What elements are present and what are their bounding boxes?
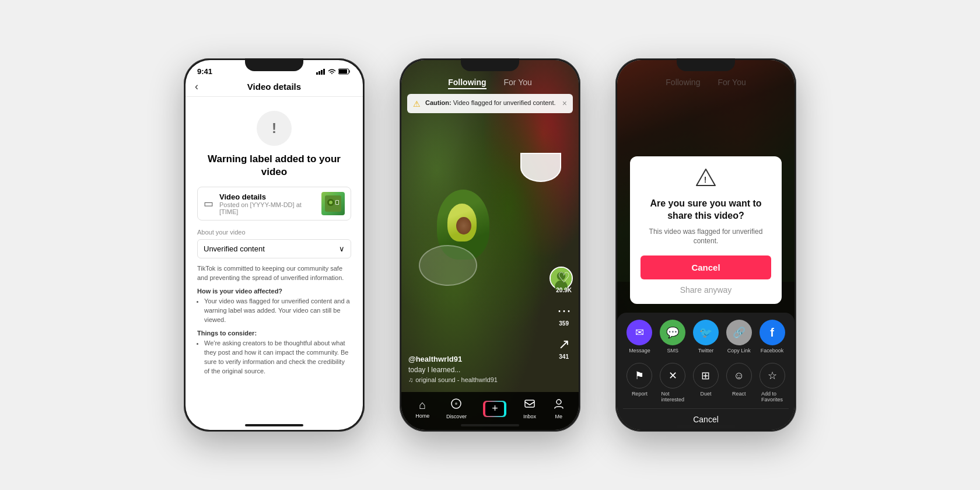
affected-bullets: Your video was flagged for unverified co… [197, 297, 351, 325]
share-action[interactable]: ↗ 341 [558, 336, 570, 360]
battery-icon [338, 68, 351, 75]
status-time-1: 9:41 [197, 67, 212, 76]
things-bullets: We're asking creators to be thoughtful a… [197, 339, 351, 376]
nav-add[interactable]: + [483, 401, 506, 417]
home-label: Home [415, 413, 429, 419]
svg-point-17 [556, 400, 561, 404]
inbox-label: Inbox [523, 414, 536, 419]
comment-count: 359 [559, 320, 569, 327]
bowl-illustration [520, 153, 561, 182]
unverified-content-dropdown[interactable]: Unverified content ∨ [197, 239, 351, 258]
action-report[interactable]: ⚑ Report [626, 363, 652, 402]
not-interested-icon: ✕ [660, 363, 685, 388]
plate-illustration [419, 245, 477, 286]
svg-rect-10 [336, 201, 338, 204]
action-not-interested[interactable]: ✕ Notinterested [660, 363, 685, 402]
favorites-icon: ☆ [760, 363, 785, 388]
share-twitter[interactable]: 🐦 Twitter [693, 320, 719, 354]
comment-action[interactable]: ⋯ 359 [557, 303, 571, 327]
nav-me[interactable]: Me [553, 398, 565, 419]
sms-label: SMS [667, 348, 678, 354]
back-button[interactable]: ‹ [195, 80, 198, 93]
confirm-title: Are you sure you want to share this vide… [640, 198, 771, 222]
copylink-label: Copy Link [727, 348, 751, 354]
phone-1: 9:41 [184, 58, 365, 432]
svg-point-8 [329, 201, 332, 204]
comment-icon: ⋯ [557, 303, 571, 319]
inbox-icon [524, 398, 536, 412]
confirm-share-button[interactable]: Share anyway [640, 285, 771, 295]
share-sheet: ✉ Message 💬 SMS 🐦 Twitter 🔗 Copy Link [617, 313, 794, 430]
wifi-icon [328, 69, 336, 75]
caution-close-icon[interactable]: × [562, 99, 567, 108]
message-icon: ✉ [626, 320, 652, 345]
video-card: ▭ Video details Posted on [YYYY-MM-DD] a… [197, 187, 351, 220]
profile-icon [553, 398, 565, 412]
signal-icon [316, 69, 326, 75]
not-interested-label: Notinterested [661, 391, 684, 402]
feed-navigation: Following For You [401, 78, 579, 89]
music-note-icon: ♫ [408, 376, 413, 383]
action-favorites[interactable]: ☆ Add toFavorites [760, 363, 785, 402]
discover-label: Discover [446, 414, 467, 419]
react-icon: ☺ [726, 363, 752, 388]
feed-username: @healthwrld91 [408, 355, 538, 363]
confirm-cancel-button[interactable]: Cancel [640, 256, 771, 279]
how-affected-label: How is your video affected? [197, 288, 351, 295]
notch-2 [461, 58, 519, 71]
things-label: Things to consider: [197, 330, 351, 337]
caution-warning-icon: ⚠ [413, 99, 421, 108]
sms-icon: 💬 [660, 320, 685, 345]
feed-nav-foryou[interactable]: For You [504, 78, 532, 89]
facebook-label: Facebook [761, 348, 784, 354]
phones-container: 9:41 [0, 0, 980, 490]
share-count: 341 [559, 354, 569, 360]
feed-actions: ♡ 20.9K ⋯ 359 ↗ 341 [556, 270, 572, 360]
like-count: 20.9K [556, 287, 572, 293]
confirm-dialog: ! Are you sure you want to share this vi… [630, 156, 782, 304]
nav-home[interactable]: ⌂ Home [415, 398, 429, 419]
action-icons-row: ⚑ Report ✕ Notinterested ⊞ Duet ☺ React [623, 363, 789, 402]
video-card-title: Video details [219, 192, 316, 201]
add-icon: + [485, 402, 504, 416]
nav-discover[interactable]: Discover [446, 398, 467, 419]
duet-icon: ⊞ [693, 363, 719, 388]
favorites-label: Add toFavorites [761, 391, 783, 402]
nav-inbox[interactable]: Inbox [523, 398, 536, 419]
facebook-icon: f [760, 320, 785, 345]
share-copylink[interactable]: 🔗 Copy Link [726, 320, 752, 354]
feed-nav-following[interactable]: Following [448, 78, 486, 89]
like-action[interactable]: ♡ 20.9K [556, 270, 572, 293]
svg-point-15 [455, 402, 457, 405]
chevron-down-icon: ∨ [339, 244, 345, 253]
svg-rect-3 [323, 69, 325, 75]
share-facebook[interactable]: f Facebook [760, 320, 785, 354]
action-react[interactable]: ☺ React [726, 363, 752, 402]
caution-banner: ⚠ Caution: Video flagged for unverified … [407, 94, 573, 113]
warning-icon: ! [257, 111, 292, 146]
feed-background: Following For You ⚠ Caution: Video flagg… [401, 60, 579, 430]
video-card-date: Posted on [YYYY-MM-DD] at [TIME] [219, 201, 316, 215]
svg-rect-1 [318, 71, 320, 75]
share-message[interactable]: ✉ Message [626, 320, 652, 354]
sheet-cancel-button[interactable]: Cancel [623, 408, 789, 430]
svg-rect-2 [321, 70, 323, 75]
confirm-warning-icon: ! [640, 168, 771, 191]
video-details-header: ‹ Video details [186, 78, 363, 97]
twitter-icon: 🐦 [693, 320, 719, 345]
caution-text: Caution: Video flagged for unverified co… [425, 99, 558, 107]
notch-1 [245, 58, 303, 71]
dropdown-label: Unverified content [204, 244, 265, 253]
home-indicator-1 [245, 424, 303, 426]
share-sms[interactable]: 💬 SMS [660, 320, 685, 354]
about-label: About your video [197, 229, 351, 236]
report-icon: ⚑ [626, 363, 652, 388]
me-label: Me [555, 414, 562, 419]
feed-bottom-info: @healthwrld91 today I learned... ♫ origi… [408, 355, 538, 383]
action-duet[interactable]: ⊞ Duet [693, 363, 719, 402]
home-icon: ⌂ [419, 398, 426, 412]
feed-caption: today I learned... [408, 366, 538, 374]
like-icon: ♡ [558, 270, 570, 286]
things-bullet-item: We're asking creators to be thoughtful a… [204, 339, 351, 376]
description-text: TikTok is committed to keeping our commu… [197, 264, 351, 283]
